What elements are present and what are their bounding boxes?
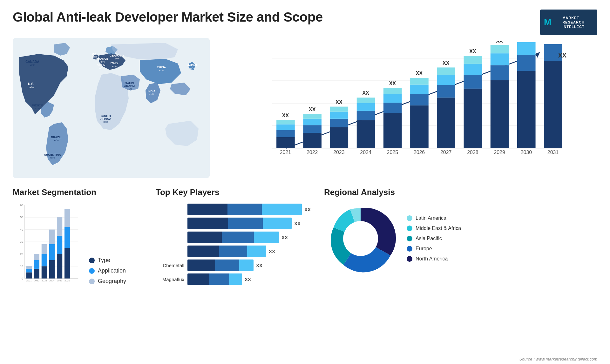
player-row-2: XX	[156, 218, 315, 229]
legend-europe: Europe	[407, 246, 461, 252]
svg-text:xx%: xx%	[190, 67, 194, 70]
svg-rect-106	[34, 269, 39, 279]
svg-text:xx%: xx%	[30, 64, 35, 67]
segmentation-legend: Type Application Geography	[89, 257, 126, 285]
us-label: U.S.	[28, 82, 34, 86]
logo-letter: M	[544, 17, 551, 27]
svg-rect-25	[276, 137, 295, 148]
japan-label: JAPAN	[187, 64, 197, 67]
north-america-dot	[407, 256, 412, 262]
legend-middle-east: Middle East & Africa	[407, 226, 461, 231]
legend-item-type: Type	[89, 257, 126, 264]
svg-rect-104	[26, 266, 32, 269]
regional-content: Latin America Middle East & Africa Asia …	[324, 202, 597, 275]
player-label-3: XX	[281, 235, 288, 240]
svg-rect-114	[49, 260, 55, 279]
svg-rect-37	[330, 127, 349, 148]
svg-text:XX: XX	[309, 107, 316, 112]
legend-item-geography: Geography	[89, 278, 126, 285]
player-name-magnaflux: Magnaflux	[156, 277, 184, 282]
svg-text:XX: XX	[558, 52, 566, 59]
svg-text:XX: XX	[496, 41, 503, 44]
svg-text:2029: 2029	[494, 150, 505, 155]
svg-text:2021: 2021	[280, 150, 291, 155]
svg-text:xx%: xx%	[50, 156, 55, 159]
svg-rect-63	[437, 75, 455, 85]
svg-text:XX: XX	[336, 99, 342, 105]
player-row-6: Magnaflux XX	[156, 273, 315, 285]
svg-rect-58	[410, 78, 429, 84]
application-label: Application	[98, 267, 126, 274]
logo-area: M MARKET RESEARCH INTELLECT	[540, 10, 597, 35]
svg-rect-124	[64, 209, 70, 227]
legend-item-application: Application	[89, 267, 126, 274]
svg-text:2024: 2024	[360, 150, 371, 155]
uk-label: U.K.	[92, 52, 98, 55]
svg-rect-70	[464, 56, 482, 64]
svg-rect-84	[544, 61, 562, 148]
svg-text:xx%: xx%	[103, 120, 108, 123]
bottom-area: Market Segmentation 0 10 20 30 40 50 60	[0, 181, 610, 288]
argentina-label: ARGENTINA	[44, 153, 61, 156]
svg-rect-45	[357, 103, 375, 111]
segmentation-title: Market Segmentation	[13, 187, 146, 197]
logo-line1: MARKET	[562, 16, 585, 20]
svg-text:2021: 2021	[26, 279, 32, 282]
player-bar-5	[187, 260, 254, 271]
svg-text:60: 60	[20, 204, 23, 207]
svg-rect-34	[303, 114, 322, 119]
latin-america-label: Latin America	[416, 215, 446, 221]
india-label: INDIA	[148, 90, 156, 93]
world-map-section: CANADA xx% U.S. xx% MEXICO xx% BRAZIL xx…	[13, 38, 210, 178]
svg-text:xx%: xx%	[127, 88, 132, 91]
svg-text:xx%: xx%	[100, 60, 105, 63]
europe-label: Europe	[416, 246, 432, 252]
svg-rect-108	[34, 254, 39, 260]
svg-text:xx%: xx%	[35, 107, 40, 110]
svg-text:2025: 2025	[57, 279, 62, 282]
player-bar-container-2: XX	[187, 218, 315, 229]
player-bar-container-5: XX	[187, 260, 315, 271]
legend-north-america: North America	[407, 256, 461, 262]
middle-east-dot	[407, 226, 412, 231]
regional-legend: Latin America Middle East & Africa Asia …	[407, 215, 461, 262]
player-bar-container-4: XX	[187, 246, 315, 257]
svg-rect-123	[64, 227, 70, 248]
svg-text:XX: XX	[443, 60, 450, 66]
svg-rect-118	[57, 254, 62, 279]
svg-rect-38	[330, 119, 349, 127]
type-label: Type	[98, 257, 110, 264]
svg-rect-81	[517, 42, 536, 55]
player-row-4: XX	[156, 246, 315, 257]
svg-text:2028: 2028	[467, 150, 478, 155]
mexico-label: MEXICO	[32, 104, 43, 107]
legend-latin-america: Latin America	[407, 215, 461, 221]
logo-box: M MARKET RESEARCH INTELLECT	[540, 10, 597, 35]
svg-text:XX: XX	[469, 49, 476, 54]
player-label-2: XX	[294, 221, 301, 226]
logo-text: MARKET RESEARCH INTELLECT	[562, 16, 585, 29]
svg-text:xx%: xx%	[54, 139, 58, 142]
svg-rect-49	[383, 113, 402, 148]
logo-line2: RESEARCH	[562, 20, 585, 24]
player-bar-container-3: XX	[187, 232, 315, 243]
svg-rect-73	[491, 80, 509, 148]
svg-text:2026: 2026	[64, 279, 70, 282]
svg-text:50: 50	[20, 216, 23, 219]
svg-rect-55	[410, 105, 429, 148]
svg-rect-43	[357, 120, 375, 148]
player-label-1: XX	[304, 207, 311, 212]
player-bar-6	[187, 273, 242, 285]
svg-rect-74	[491, 65, 509, 80]
application-dot	[89, 268, 95, 274]
svg-rect-27	[276, 124, 295, 130]
svg-text:AFRICA: AFRICA	[100, 117, 111, 120]
svg-rect-107	[34, 260, 39, 269]
svg-rect-75	[491, 53, 509, 65]
player-bar-3	[187, 232, 279, 243]
svg-text:XX: XX	[416, 71, 423, 76]
page-title: Global Anti-leak Developer Market Size a…	[13, 10, 323, 25]
regional-title: Regional Analysis	[324, 187, 597, 197]
bar-chart-section: XX 2021 XX 2022 XX 2023 XX 2024	[216, 38, 597, 178]
svg-text:XX: XX	[282, 113, 289, 118]
